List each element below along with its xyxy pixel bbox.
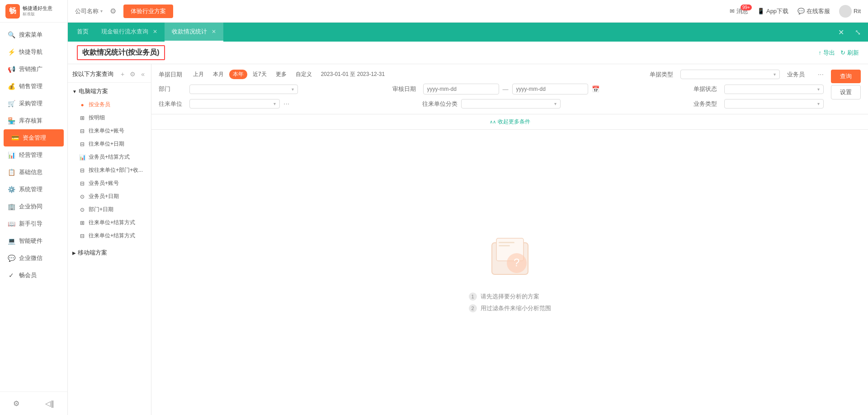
sidebar: 畅 畅捷通好生意 标准版 🔍 搜索菜单 ⚡ 快捷导航 📢 营销推广 💰 销售管理… xyxy=(0,0,68,415)
search-icon: 🔍 xyxy=(7,31,15,39)
refresh-icon: ↻ xyxy=(840,49,845,56)
sidebar-item-inventory[interactable]: 🏪 库存核算 xyxy=(0,112,67,129)
sidebar-item-finance[interactable]: 💳 资金管理 xyxy=(4,129,64,146)
sidebar-item-enterprise[interactable]: 🏢 企业协同 xyxy=(0,198,67,215)
app-download-btn[interactable]: 📱 App下载 xyxy=(757,7,788,15)
export-btn[interactable]: ↑ 导出 xyxy=(819,49,835,57)
tree-item-salesperson-settle[interactable]: 📊 业务员+结算方式 xyxy=(68,151,151,164)
partner-more-icon[interactable]: ··· xyxy=(283,100,289,108)
filter-settings-btn[interactable]: 设置 xyxy=(831,85,861,99)
dept-date-icon: ⊙ xyxy=(79,206,86,213)
sidebar-logo: 畅 畅捷通好生意 标准版 xyxy=(0,0,67,23)
empty-steps: 1 请先选择要分析的方案 2 用过滤条件来缩小分析范围 xyxy=(469,292,551,316)
filter-row-3: 往来单位 ▾ ··· 往来单位分类 ▾ xyxy=(159,99,824,108)
last-month-tab[interactable]: 上月 xyxy=(189,70,208,79)
panel-add-icon[interactable]: + xyxy=(119,70,126,79)
sidebar-settings-icon[interactable]: ⚙ xyxy=(10,396,22,410)
salesperson-label: 业务员 xyxy=(787,71,814,79)
expand-icon[interactable]: ⤡ xyxy=(851,26,864,38)
tab-home[interactable]: 首页 xyxy=(71,23,94,42)
voucher-type-select[interactable]: ▾ xyxy=(680,70,780,79)
tree-item-partner-settle2[interactable]: ⊟ 往来单位+结算方式 xyxy=(68,229,151,242)
sidebar-item-basic[interactable]: 📋 基础信息 xyxy=(0,164,67,181)
purchase-icon: 🛒 xyxy=(7,99,15,108)
online-service-btn[interactable]: 💬 在线客服 xyxy=(797,7,830,15)
salesperson-date-icon: ⊙ xyxy=(79,193,86,200)
topbar-gear-icon[interactable]: ⚙ xyxy=(108,5,118,17)
sidebar-item-member[interactable]: ✓ 畅会员 xyxy=(0,267,67,284)
biz-type-select[interactable]: ▾ xyxy=(724,99,824,108)
topbar: 公司名称 ▾ ⚙ 体验行业方案 ✉ 消息 99+ 📱 App下载 💬 在线客服 xyxy=(68,0,868,23)
voucher-status-select[interactable]: ▾ xyxy=(724,85,824,94)
salesperson-account-icon: ⊟ xyxy=(79,180,86,187)
voucher-type-label: 单据类型 xyxy=(650,71,677,79)
sidebar-item-search[interactable]: 🔍 搜索菜单 xyxy=(0,26,67,43)
sidebar-item-sales[interactable]: 💰 销售管理 xyxy=(0,78,67,95)
sidebar-item-purchase[interactable]: 🛒 采购管理 xyxy=(0,95,67,112)
tab-collection[interactable]: 收款情况统计 ✕ xyxy=(165,23,223,42)
system-icon: ⚙️ xyxy=(7,185,15,193)
desktop-section-toggle[interactable]: ▼ 电脑端方案 xyxy=(68,85,151,98)
this-year-tab[interactable]: 本年 xyxy=(229,70,247,79)
biz-type-label: 业务类型 xyxy=(693,100,721,108)
tree-item-partner-date[interactable]: ⊟ 往来单位+日期 xyxy=(68,137,151,151)
company-name: 公司名称 ▾ xyxy=(75,7,103,15)
mobile-arrow-icon: ▶ xyxy=(72,250,76,255)
salesperson-more-icon[interactable]: ··· xyxy=(818,71,824,79)
tree-item-partner-dept-collect[interactable]: ⊟ 按往来单位+部门+收... xyxy=(68,164,151,177)
detail-icon: ⊞ xyxy=(79,114,86,122)
partner-select[interactable]: ▾ xyxy=(189,99,280,108)
review-date-start[interactable] xyxy=(423,84,499,94)
messages-btn[interactable]: ✉ 消息 99+ xyxy=(730,7,748,15)
last7days-tab[interactable]: 近7天 xyxy=(249,70,270,79)
tree-item-by-salesperson[interactable]: ● 按业务员 xyxy=(68,98,151,111)
sidebar-item-system[interactable]: ⚙️ 系统管理 xyxy=(0,181,67,198)
tree-item-partner-account[interactable]: ⊟ 往来单位+账号 xyxy=(68,124,151,137)
mobile-section-toggle[interactable]: ▶ 移动端方案 xyxy=(68,246,151,259)
refresh-btn[interactable]: ↻ 刷新 xyxy=(840,49,859,57)
section-arrow-icon: ▼ xyxy=(72,89,77,94)
tree-item-partner-settle1[interactable]: ⊞ 往来单位+结算方式 xyxy=(68,216,151,229)
filter-row-2: 部门 ▾ 审核日期 — 📅 单据状态 xyxy=(159,84,824,94)
main-area: 公司名称 ▾ ⚙ 体验行业方案 ✉ 消息 99+ 📱 App下载 💬 在线客服 xyxy=(68,0,868,415)
partner-settle1-icon: ⊞ xyxy=(79,219,86,226)
collapse-bar[interactable]: ∧∧ 收起更多条件 xyxy=(151,114,868,130)
tree-desktop-section: ▼ 电脑端方案 ● 按业务员 ⊞ 按明细 ⊟ 往来单位+账号 ⊟ 往来单位+ xyxy=(68,83,151,244)
query-btn[interactable]: 查询 xyxy=(831,70,861,83)
sidebar-item-operations[interactable]: 📊 经营管理 xyxy=(0,146,67,164)
panel-settings-icon[interactable]: ⚙ xyxy=(128,70,137,79)
dept-label: 部门 xyxy=(159,85,186,93)
partner-date-icon: ⊟ xyxy=(79,141,86,148)
salesperson-icon: ● xyxy=(79,101,86,108)
sidebar-item-hardware[interactable]: 💻 智能硬件 xyxy=(0,232,67,250)
sidebar-collapse-icon[interactable]: ◁‖ xyxy=(42,396,57,410)
sidebar-item-wechat[interactable]: 💬 企业微信 xyxy=(0,250,67,267)
review-date-end[interactable] xyxy=(512,84,588,94)
calendar-icon-1[interactable]: 📅 xyxy=(592,85,599,93)
user-profile[interactable]: Rit xyxy=(839,5,861,18)
svg-rect-5 xyxy=(499,242,514,243)
custom-tab[interactable]: 自定义 xyxy=(292,70,316,79)
hardware-icon: 💻 xyxy=(7,237,15,245)
close-all-tabs-icon[interactable]: ✕ xyxy=(835,26,848,38)
sidebar-item-quicknav[interactable]: ⚡ 快捷导航 xyxy=(0,43,67,61)
company-dropdown-icon[interactable]: ▾ xyxy=(100,9,103,14)
more-tab[interactable]: 更多 xyxy=(272,70,290,79)
tree-item-salesperson-account[interactable]: ⊟ 业务员+账号 xyxy=(68,177,151,190)
this-month-tab[interactable]: 本月 xyxy=(209,70,227,79)
tree-item-by-detail[interactable]: ⊞ 按明细 xyxy=(68,111,151,124)
partner-category-select[interactable]: ▾ xyxy=(461,99,561,108)
tab-bank-close[interactable]: ✕ xyxy=(153,28,157,35)
quicknav-icon: ⚡ xyxy=(7,48,15,56)
tree-item-dept-date[interactable]: ⊙ 部门+日期 xyxy=(68,203,151,216)
panel-collapse-icon[interactable]: « xyxy=(139,70,146,79)
sidebar-item-marketing[interactable]: 📢 营销推广 xyxy=(0,61,67,78)
partner-account-icon: ⊟ xyxy=(79,127,86,135)
logo-badge: 标准版 xyxy=(23,11,52,17)
tab-bank[interactable]: 现金银行流水查询 ✕ xyxy=(94,23,165,42)
demo-btn[interactable]: 体验行业方案 xyxy=(123,5,173,18)
sidebar-item-guide[interactable]: 📖 新手引导 xyxy=(0,215,67,232)
dept-select[interactable]: ▾ xyxy=(189,85,298,94)
tab-collection-close[interactable]: ✕ xyxy=(212,28,216,35)
tree-item-salesperson-date[interactable]: ⊙ 业务员+日期 xyxy=(68,190,151,203)
